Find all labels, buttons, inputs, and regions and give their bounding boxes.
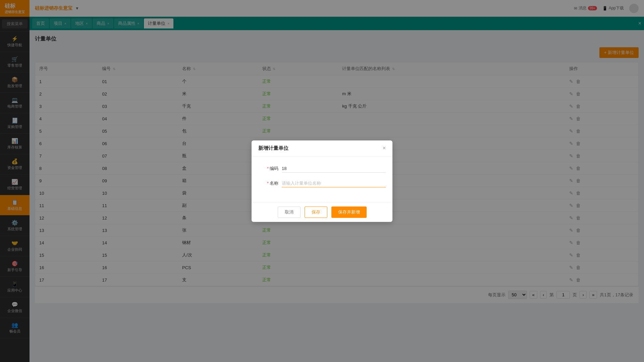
form-item-code: 编码 bbox=[258, 165, 386, 173]
modal-overlay[interactable]: 新增计量单位 × 编码 名称 取消 保存 保存并新增 bbox=[0, 0, 644, 362]
form-item-name: 名称 bbox=[258, 179, 386, 187]
save-and-new-button[interactable]: 保存并新增 bbox=[331, 206, 367, 218]
modal-body: 编码 名称 bbox=[252, 157, 392, 202]
add-unit-modal: 新增计量单位 × 编码 名称 取消 保存 保存并新增 bbox=[252, 140, 392, 222]
modal-header: 新增计量单位 × bbox=[252, 140, 392, 157]
modal-close-button[interactable]: × bbox=[383, 145, 386, 151]
name-label: 名称 bbox=[258, 180, 278, 186]
modal-footer: 取消 保存 保存并新增 bbox=[252, 202, 392, 222]
cancel-button[interactable]: 取消 bbox=[278, 206, 301, 218]
save-button[interactable]: 保存 bbox=[305, 206, 327, 218]
code-input[interactable] bbox=[282, 165, 386, 173]
code-label: 编码 bbox=[258, 166, 278, 172]
name-input[interactable] bbox=[282, 179, 386, 187]
modal-title: 新增计量单位 bbox=[258, 145, 288, 152]
